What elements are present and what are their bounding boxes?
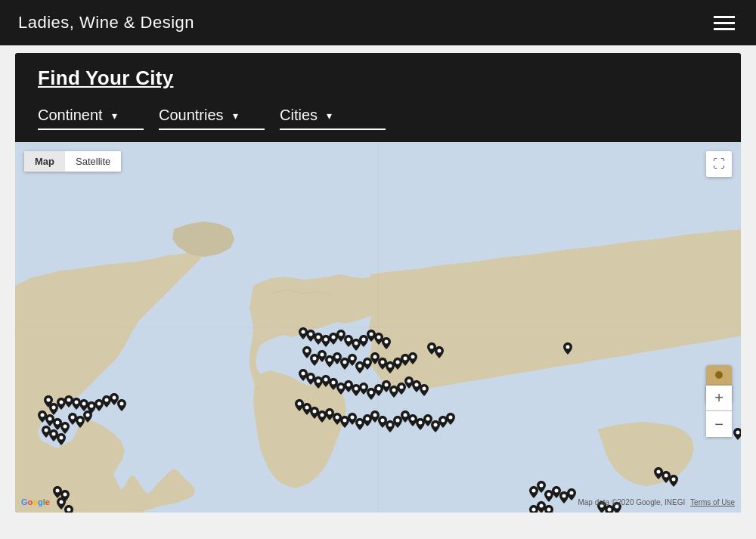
fullscreen-button[interactable]: ⛶ — [706, 151, 732, 177]
zoom-in-button[interactable]: + — [706, 386, 732, 411]
cities-label: Cities — [280, 107, 318, 124]
fullscreen-icon: ⛶ — [713, 157, 725, 171]
hamburger-icon — [714, 22, 735, 24]
svg-point-150 — [715, 371, 723, 379]
zoom-controls: + − — [706, 386, 732, 437]
controls-bar: Find Your City Continent ▾ Countries ▾ C… — [15, 53, 741, 142]
page-title: Find Your City — [38, 67, 718, 90]
map-type-toggle: Map Satellite — [24, 151, 121, 172]
hamburger-icon — [714, 16, 735, 18]
zoom-out-button[interactable]: − — [706, 411, 732, 437]
map-view-button[interactable]: Map — [24, 151, 65, 172]
satellite-view-button[interactable]: Satellite — [65, 151, 121, 172]
countries-dropdown[interactable]: Countries ▾ — [159, 104, 265, 130]
chevron-down-icon: ▾ — [233, 110, 238, 122]
map-container: Map Satellite ⛶ + − Google Map dat — [15, 142, 741, 513]
menu-button[interactable] — [711, 13, 738, 33]
continent-label: Continent — [38, 107, 103, 124]
chevron-down-icon: ▾ — [327, 110, 332, 122]
countries-label: Countries — [159, 107, 224, 124]
continent-dropdown[interactable]: Continent ▾ — [38, 104, 144, 130]
chevron-down-icon: ▾ — [112, 110, 117, 122]
site-title: Ladies, Wine & Design — [18, 13, 194, 33]
map-background — [15, 142, 741, 513]
hamburger-icon — [714, 28, 735, 30]
main-panel: Find Your City Continent ▾ Countries ▾ C… — [15, 53, 741, 513]
google-logo: Google — [21, 497, 50, 506]
map-attribution: Map data ©2020 Google, INEGI Terms of Us… — [578, 498, 735, 506]
header: Ladies, Wine & Design — [0, 0, 756, 45]
terms-link[interactable]: Terms of Use — [690, 498, 735, 506]
cities-dropdown[interactable]: Cities ▾ — [280, 104, 386, 130]
dropdowns-row: Continent ▾ Countries ▾ Cities ▾ — [38, 104, 718, 130]
